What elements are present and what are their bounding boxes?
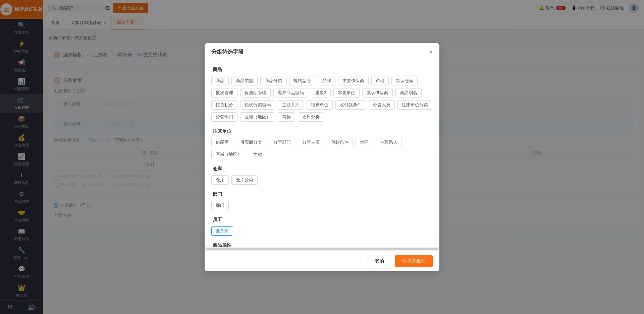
field-tag-salesperson[interactable]: 业务员 <box>211 226 233 236</box>
modal-title: 分组待选字段 <box>211 49 244 56</box>
field-tag-manager2[interactable]: 分管人员 <box>298 138 324 147</box>
field-tag-payment-terms[interactable]: 收付款条件 <box>335 100 366 110</box>
modal-horizontal-scrollbar[interactable] <box>205 247 439 250</box>
field-tag-default-supplier[interactable]: 默认供应商 <box>362 88 393 98</box>
field-tag-area[interactable]: 地区 <box>356 138 373 147</box>
modal-close-button[interactable]: × <box>429 49 433 56</box>
field-tag-department[interactable]: 部门 <box>211 201 229 210</box>
field-tag-main-supplier[interactable]: 主要供应商 <box>338 76 369 85</box>
field-tag-supplier[interactable]: 供应商 <box>211 138 233 147</box>
field-tag-origin[interactable]: 产地 <box>371 76 389 85</box>
field-tag-main-contact2[interactable]: 主联系人 <box>376 138 402 147</box>
field-tag-goods-alias[interactable]: 商品别名 <box>395 88 422 98</box>
modal-footer: 取消 保存并查询 <box>205 251 439 271</box>
field-tag-retail-unit[interactable]: 零售单位 <box>333 88 360 98</box>
department-section-title: 部门 <box>211 191 433 197</box>
field-tag-weight[interactable]: 重量3 <box>311 88 331 98</box>
field-tag-warehouse-category[interactable]: 仓库分类 <box>298 112 324 122</box>
field-tag-region[interactable]: 区域（地区） <box>240 112 275 122</box>
field-tag-spec-model[interactable]: 规格型号 <box>289 76 315 85</box>
field-tag-dept[interactable]: 分管部门 <box>211 112 237 122</box>
field-tag-default-warehouse[interactable]: 默认仓库 <box>391 76 418 85</box>
warehouse-fields: 仓库 仓库分类 <box>211 175 433 185</box>
cancel-button[interactable]: 取消 <box>368 255 391 267</box>
field-tag-partner-category[interactable]: 往来单位分类 <box>397 100 432 110</box>
department-section: 部门 部门 <box>211 191 433 210</box>
modal-overlay: 分组待选字段 × 商品 商品 商品类型 商品分类 规格型号 <box>43 29 644 314</box>
field-tag-supplier-category[interactable]: 供应商分类 <box>236 138 266 147</box>
field-tag-warehouse-cat[interactable]: 仓库分类 <box>231 175 258 185</box>
field-tag-region2[interactable]: 区域（地区） <box>211 150 246 159</box>
field-tag-dept2[interactable]: 分管部门 <box>269 138 295 147</box>
field-tag-goods-category[interactable]: 商品分类 <box>260 76 286 85</box>
partner-section-title: 往来单位 <box>211 128 433 134</box>
page-content: 采购订单统计表方案设置 1 选择模板 汇总表 明细表 <box>43 29 644 314</box>
goods-section-title: 商品 <box>211 67 433 73</box>
field-tag-manager[interactable]: 分管人员 <box>369 100 395 110</box>
field-tag-goods[interactable]: 商品 <box>211 76 229 85</box>
goods-fields: 商品 商品类型 商品分类 规格型号 品牌 主要供应商 产地 默认仓库 批次管理 … <box>211 76 433 122</box>
confirm-button[interactable]: 保存并查询 <box>395 255 433 267</box>
field-tag-abbr2[interactable]: 简称 <box>249 150 266 159</box>
main-content: 🔍 ⚙ 体验行业方案 🔔 消息 99+ 📱 App下载 💬 在 <box>43 0 644 314</box>
field-tag-settlement-unit[interactable]: 结算单位 <box>307 100 333 110</box>
warehouse-section-title: 仓库 <box>211 166 433 172</box>
staff-section: 员工 业务员 <box>211 217 433 236</box>
product-attr-section: 商品属性 属性 颜色 多规格 尺码 鞋码 1 <box>211 242 433 247</box>
partner-section: 往来单位 供应商 供应商分类 分管部门 分管人员 付款条件 地区 主联系人 区域… <box>211 128 433 159</box>
field-selection-modal: 分组待选字段 × 商品 商品 商品类型 商品分类 规格型号 <box>205 43 439 271</box>
field-tag-customer-code[interactable]: 客户商品编码 <box>273 88 308 98</box>
department-fields: 部门 <box>211 201 433 210</box>
field-tag-tax-code[interactable]: 税收分类编码 <box>240 100 275 110</box>
modal-header: 分组待选字段 × <box>205 43 439 61</box>
goods-section: 商品 商品 商品类型 商品分类 规格型号 品牌 主要供应商 产地 默认仓库 批次… <box>211 67 433 122</box>
field-tag-payment-terms2[interactable]: 付款条件 <box>327 138 353 147</box>
staff-fields: 业务员 <box>211 226 433 236</box>
field-tag-batch-management[interactable]: 批次管理 <box>211 88 237 98</box>
staff-section-title: 员工 <box>211 217 433 223</box>
field-tag-main-contact[interactable]: 主联系人 <box>278 100 304 110</box>
field-tag-shelf-life[interactable]: 保质期管理 <box>240 88 271 98</box>
scrollbar-thumb[interactable] <box>206 248 438 250</box>
product-attr-section-title: 商品属性 <box>211 242 433 247</box>
field-tag-warehouse-name[interactable]: 仓库 <box>211 175 229 185</box>
field-tag-brand[interactable]: 品牌 <box>318 76 335 85</box>
warehouse-section: 仓库 仓库 仓库分类 <box>211 166 433 185</box>
field-tag-pick-score[interactable]: 拣货积分 <box>211 100 237 110</box>
partner-fields: 供应商 供应商分类 分管部门 分管人员 付款条件 地区 主联系人 区域（地区） … <box>211 138 433 159</box>
field-tag-goods-type[interactable]: 商品类型 <box>231 76 258 85</box>
field-tag-abbr[interactable]: 简称 <box>278 112 295 122</box>
modal-body: 商品 商品 商品类型 商品分类 规格型号 品牌 主要供应商 产地 默认仓库 批次… <box>205 61 439 247</box>
